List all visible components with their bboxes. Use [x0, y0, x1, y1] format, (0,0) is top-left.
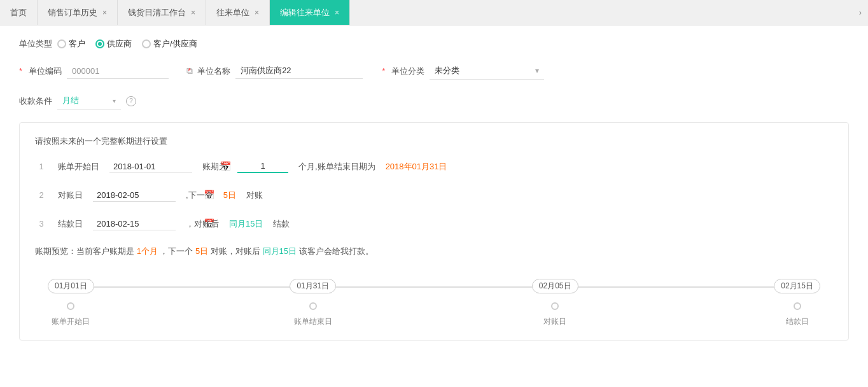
period-suffix-1: 个月,账单结束日期为: [298, 161, 375, 172]
rec-suffix-2: 对账: [246, 190, 263, 201]
rec-day-2: 5日: [223, 190, 236, 201]
unit-name-group: * 单位名称: [188, 64, 363, 79]
payment-terms-group: 收款条件 月结 ▾ ?: [19, 92, 136, 109]
preview-suffix: 该客户会给我打款。: [299, 246, 374, 256]
preview-label: 账期预览：当前客户账期是: [35, 246, 134, 256]
tab-edit-partner[interactable]: 编辑往来单位 ×: [270, 0, 350, 25]
unit-category-value: 未分类: [435, 65, 459, 76]
payment-terms-label: 收款条件: [19, 95, 52, 107]
tab-cash-workbench-close[interactable]: ×: [191, 8, 195, 17]
radio-both-label: 客户/供应商: [153, 38, 197, 50]
cycle-label-2: 对账日: [58, 190, 83, 201]
main-content: 单位类型 客户 供应商 客户/供应商 * 单位编码: [0, 25, 868, 387]
period-prefix-1: 账期为: [202, 161, 227, 172]
payment-terms-arrow-icon: ▾: [113, 97, 116, 104]
payment-terms-select[interactable]: 月结 ▾: [57, 92, 121, 109]
timeline-sublabel-4: 结款日: [786, 316, 809, 327]
pay-day-3: 同月15日: [229, 218, 263, 230]
timeline-sublabel-1: 账单开始日: [52, 316, 90, 327]
cycle-num-1: 1: [35, 162, 48, 171]
tabs-bar: 首页 销售订单历史 × 钱货日清工作台 × 往来单位 × 编辑往来单位 × ›: [0, 0, 868, 25]
radio-supplier-circle: [95, 39, 104, 48]
unit-code-group: * 单位编码 ⧉: [19, 64, 169, 79]
tab-sales-history[interactable]: 销售订单历史 ×: [38, 0, 118, 25]
radio-customer-circle: [57, 39, 66, 48]
tab-cash-workbench-label: 钱货日清工作台: [128, 7, 186, 18]
unit-name-label: 单位名称: [197, 66, 230, 77]
radio-supplier[interactable]: 供应商: [95, 38, 132, 50]
unit-category-select[interactable]: 未分类 ▾: [430, 62, 544, 80]
cycle-settings-section: 请按照未来的一个完整帐期进行设置 1 账单开始日 📅 账期为 个月,账单结束日期…: [19, 122, 849, 341]
preview-part2: 5日: [195, 246, 208, 256]
radio-both[interactable]: 客户/供应商: [142, 38, 197, 50]
timeline-badge-2: 01月31日: [290, 279, 336, 293]
timeline-badge-3: 02月05日: [532, 279, 578, 293]
unit-type-label: 单位类型: [19, 38, 52, 50]
period-input[interactable]: [237, 160, 288, 173]
unit-info-row: * 单位编码 ⧉ * 单位名称 * 单位分类 未分类 ▾: [19, 62, 849, 80]
date-input-3: 📅: [93, 217, 176, 230]
radio-supplier-label: 供应商: [107, 38, 132, 50]
timeline-sublabel-3: 对账日: [543, 316, 566, 327]
unit-category-group: * 单位分类 未分类 ▾: [382, 62, 544, 80]
date-input-2: 📅: [93, 188, 176, 202]
timeline-dot-4: [794, 302, 801, 310]
tab-partner-list-close[interactable]: ×: [255, 8, 259, 17]
timeline-badge-1: 01月01日: [48, 279, 94, 293]
timeline-points: 01月01日 账单开始日 01月31日 账单结束日 02月05日 对账日: [48, 279, 820, 327]
radio-customer-label: 客户: [69, 38, 85, 50]
unit-category-label: 单位分类: [391, 66, 424, 77]
timeline-dot-3: [551, 302, 559, 310]
tab-home-label: 首页: [10, 7, 27, 18]
cycle-row-2: 2 对账日 📅 ,下一个 5日 对账: [35, 188, 833, 202]
tab-edit-partner-close[interactable]: ×: [335, 8, 339, 17]
cycle-row-1: 1 账单开始日 📅 账期为 个月,账单结束日期为 2018年01月31日: [35, 160, 833, 173]
unit-code-input-wrapper: ⧉: [67, 64, 169, 79]
radio-group: 客户 供应商 客户/供应商: [57, 38, 197, 50]
timeline-dot-2: [309, 302, 317, 310]
cycle-row-3: 3 结款日 📅 ，对账后 同月15日 结款: [35, 217, 833, 230]
timeline-point-3: 02月05日 对账日: [532, 279, 578, 327]
help-icon[interactable]: ?: [126, 96, 136, 106]
timeline: 01月01日 账单开始日 01月31日 账单结束日 02月05日 对账日: [35, 272, 833, 327]
radio-both-circle: [142, 39, 151, 48]
cycle-num-3: 3: [35, 219, 48, 229]
unit-code-star: *: [19, 66, 22, 76]
unit-code-label: 单位编码: [29, 66, 62, 77]
tab-partner-list[interactable]: 往来单位 ×: [206, 0, 270, 25]
date-input-1: 📅: [109, 160, 192, 173]
section-title: 请按照未来的一个完整帐期进行设置: [35, 136, 833, 147]
tab-sales-history-close[interactable]: ×: [102, 8, 107, 17]
tab-edit-partner-label: 编辑往来单位: [280, 7, 330, 18]
preview-section: 账期预览：当前客户账期是 1个月 ，下一个 5日 对账，对账后 同月15日 该客…: [35, 246, 833, 327]
tab-cash-workbench[interactable]: 钱货日清工作台 ×: [118, 0, 206, 25]
timeline-dot-1: [67, 302, 74, 310]
preview-text: 账期预览：当前客户账期是 1个月 ，下一个 5日 对账，对账后 同月15日 该客…: [35, 246, 833, 257]
timeline-sublabel-2: 账单结束日: [294, 316, 332, 327]
cycle-label-3: 结款日: [58, 218, 83, 230]
payment-terms-value: 月结: [62, 95, 79, 106]
unit-name-input[interactable]: [235, 64, 363, 79]
pay-suffix-3: 结款: [273, 218, 290, 230]
unit-category-arrow-icon: ▾: [535, 66, 539, 75]
cycle-num-2: 2: [35, 190, 48, 200]
preview-sep1: ，下一个: [160, 246, 193, 256]
period-end-date: 2018年01月31日: [386, 161, 447, 172]
tabs-arrow-icon: ›: [859, 8, 862, 17]
unit-code-input[interactable]: [67, 64, 184, 78]
unit-category-star: *: [382, 66, 385, 76]
rec-prefix-2: ,下一个: [186, 190, 213, 201]
tab-partner-list-label: 往来单位: [216, 7, 249, 18]
payment-terms-row: 收款条件 月结 ▾ ?: [19, 92, 849, 109]
timeline-badge-4: 02月15日: [774, 279, 820, 293]
cycle-label-1: 账单开始日: [58, 161, 99, 172]
unit-type-group: 单位类型 客户 供应商 客户/供应商: [19, 38, 197, 50]
timeline-point-4: 02月15日 结款日: [774, 279, 820, 327]
radio-customer[interactable]: 客户: [57, 38, 85, 50]
unit-name-star: *: [188, 66, 191, 76]
tab-home[interactable]: 首页: [0, 0, 38, 25]
preview-mid: 对账，对账后: [211, 246, 260, 256]
preview-part1: 1个月: [137, 246, 158, 256]
timeline-point-2: 01月31日 账单结束日: [290, 279, 336, 327]
tabs-arrow[interactable]: ›: [853, 0, 868, 25]
